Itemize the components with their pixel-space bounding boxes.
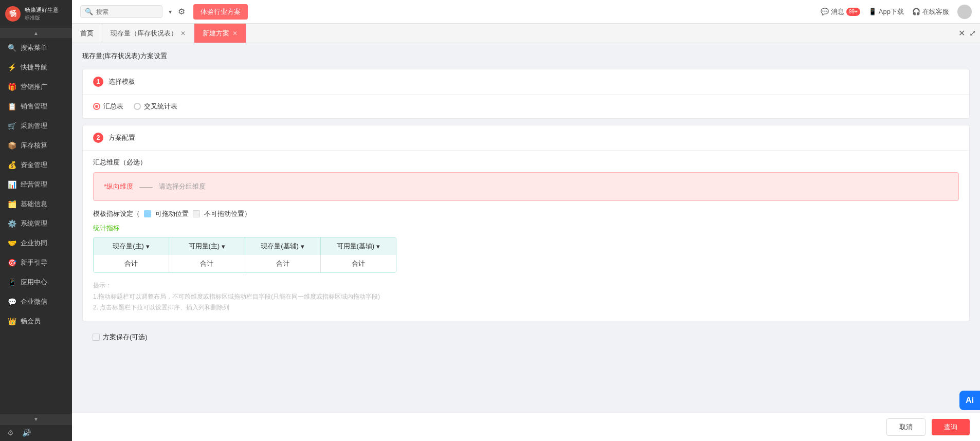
- topbar-search-icon: 🔍: [85, 8, 93, 15]
- sidebar-item-app-center[interactable]: 📱 应用中心: [0, 272, 72, 292]
- tabs-expand-button[interactable]: ⤢: [969, 28, 976, 38]
- quick-nav-icon: ⚡: [7, 63, 16, 72]
- sidebar-item-quick-nav[interactable]: ⚡ 快捷导航: [0, 58, 72, 77]
- stats-col-2-label: 现存量(基辅): [261, 242, 299, 251]
- step1-title: 选择模板: [108, 77, 135, 86]
- bottom-bar: 取消 查询: [72, 413, 980, 441]
- sidebar-item-purchase-label: 采购管理: [21, 121, 47, 131]
- app-download-item[interactable]: 📱 App下载: [868, 7, 904, 16]
- tab-new-scheme[interactable]: 新建方案 ✕: [194, 24, 246, 43]
- settings-icon[interactable]: ⚙: [7, 429, 14, 437]
- dimension-area: *纵向维度 —— 请选择分组维度: [93, 172, 959, 201]
- stats-col-0: 现存量(主) ▾: [94, 237, 169, 255]
- sidebar-item-member-label: 畅会员: [21, 317, 41, 326]
- step2-num: 2: [93, 133, 103, 143]
- sidebar-item-search-label: 搜索菜单: [21, 43, 47, 52]
- topbar-gear-icon[interactable]: ⚙: [178, 7, 185, 16]
- page-title: 现存量(库存状况表)方案设置: [82, 51, 970, 61]
- drag-badge: [144, 210, 151, 217]
- dimension-placeholder[interactable]: 请选择分组维度: [159, 182, 206, 191]
- step2-header: 2 方案配置: [83, 125, 969, 151]
- topbar-right: 💬 消息 99+ 📱 App下载 🎧 在线客服: [821, 5, 972, 19]
- industry-solution-button[interactable]: 体验行业方案: [193, 4, 248, 20]
- sidebar-item-operation[interactable]: 📊 经营管理: [0, 175, 72, 194]
- template-radio-group: 汇总表 交叉统计表: [93, 102, 959, 111]
- content-area: 现存量(库存状况表)方案设置 1 选择模板 汇总表 交叉统计表: [72, 43, 980, 413]
- stats-col-3-dropdown[interactable]: ▾: [376, 243, 380, 250]
- stats-table-body: 合计 合计 合计 合计: [94, 255, 396, 272]
- sidebar-item-enterprise[interactable]: 🤝 企业协同: [0, 233, 72, 253]
- stats-table: 现存量(主) ▾ 可用量(主) ▾ 现存量(基辅: [93, 237, 396, 273]
- operation-icon: 📊: [7, 180, 16, 189]
- sidebar-logo: 畅 畅康通好生意 标准版: [0, 0, 72, 28]
- sales-icon: 📋: [7, 102, 16, 111]
- sidebar-item-basic-label: 基础信息: [21, 199, 47, 209]
- stats-col-1-dropdown[interactable]: ▾: [222, 243, 225, 250]
- message-item[interactable]: 💬 消息 99+: [821, 7, 860, 16]
- indicator-settings-label: 模板指标设定（ 可拖动位置 不可拖动位置）: [93, 209, 959, 218]
- tab-new-scheme-close-icon[interactable]: ✕: [232, 30, 238, 37]
- topbar-search-container[interactable]: 🔍: [80, 5, 162, 18]
- enterprise-icon: 🤝: [7, 238, 16, 248]
- main-area: 🔍 ▾ ⚙ 体验行业方案 💬 消息 99+ 📱 App下载 🎧 在线客服: [72, 0, 980, 441]
- new-guide-icon: 🎯: [7, 258, 16, 267]
- sidebar-item-new-guide[interactable]: 🎯 新手引导: [0, 253, 72, 272]
- tab-inventory-label: 现存量（库存状况表）: [111, 29, 177, 38]
- speaker-icon[interactable]: 🔊: [22, 429, 31, 437]
- sidebar-item-purchase[interactable]: 🛒 采购管理: [0, 116, 72, 136]
- save-option-label: 方案保存(可选): [103, 333, 148, 342]
- member-icon: 👑: [7, 317, 16, 326]
- tab-inventory[interactable]: 现存量（库存状况表） ✕: [102, 24, 194, 43]
- sidebar-item-system[interactable]: ⚙️ 系统管理: [0, 214, 72, 233]
- tabs-close-button[interactable]: ✕: [958, 28, 965, 38]
- sidebar-item-basic[interactable]: 🗂️ 基础信息: [0, 194, 72, 214]
- sidebar-item-sales[interactable]: 📋 销售管理: [0, 97, 72, 116]
- tab-home[interactable]: 首页: [72, 24, 102, 43]
- sidebar-item-quick-nav-label: 快捷导航: [21, 63, 47, 72]
- stats-col-2-dropdown[interactable]: ▾: [301, 243, 304, 250]
- tips-section: 提示： 1.拖动标题栏可以调整布局，不可跨维度或指标区域拖动栏目字段(只能在同一…: [93, 280, 959, 314]
- search-input[interactable]: [96, 8, 148, 15]
- sidebar-item-finance[interactable]: 💰 资金管理: [0, 155, 72, 175]
- sidebar-item-wechat[interactable]: 💬 企业微信: [0, 292, 72, 311]
- sidebar-item-search[interactable]: 🔍 搜索菜单: [0, 38, 72, 58]
- radio-cross[interactable]: 交叉统计表: [134, 102, 177, 111]
- radio-summary[interactable]: 汇总表: [93, 102, 123, 111]
- tab-new-scheme-label: 新建方案: [203, 29, 229, 38]
- basic-icon: 🗂️: [7, 199, 16, 209]
- sidebar-bottom: ⚙ 🔊: [0, 424, 72, 441]
- sidebar-item-sales-label: 销售管理: [21, 102, 47, 111]
- stats-col-0-dropdown[interactable]: ▾: [146, 243, 150, 250]
- online-service-label: 在线客服: [922, 7, 949, 16]
- step2-body: 汇总维度（必选） *纵向维度 —— 请选择分组维度 模板指标设定（ 可拖动位置: [83, 151, 969, 321]
- tab-inventory-close-icon[interactable]: ✕: [180, 30, 186, 37]
- online-service-item[interactable]: 🎧 在线客服: [912, 7, 949, 16]
- query-button[interactable]: 查询: [932, 419, 970, 435]
- inventory-icon: 📦: [7, 141, 16, 150]
- sidebar-item-inventory[interactable]: 📦 库存核算: [0, 136, 72, 155]
- step2-card: 2 方案配置 汇总维度（必选） *纵向维度 —— 请选择分组维度 模板指标设定（: [82, 125, 970, 321]
- sidebar-scroll-up[interactable]: ▲: [0, 28, 72, 38]
- wechat-icon: 💬: [7, 297, 16, 306]
- sidebar-item-marketing[interactable]: 🎁 营销推广: [0, 77, 72, 97]
- sidebar: 畅 畅康通好生意 标准版 ▲ 🔍 搜索菜单 ⚡ 快捷导航 🎁 营销推广 📋 销售…: [0, 0, 72, 441]
- save-checkbox[interactable]: [93, 334, 100, 341]
- stats-col-2: 现存量(基辅) ▾: [245, 237, 321, 255]
- tab-home-label: 首页: [80, 29, 94, 38]
- sidebar-scroll-down[interactable]: ▼: [0, 414, 72, 424]
- radio-cross-label: 交叉统计表: [144, 102, 177, 111]
- ai-badge[interactable]: Ai: [959, 391, 980, 410]
- sidebar-item-member[interactable]: 👑 畅会员: [0, 311, 72, 331]
- radio-summary-label: 汇总表: [103, 102, 123, 111]
- cancel-button[interactable]: 取消: [886, 418, 925, 436]
- step2-title: 方案配置: [108, 133, 135, 142]
- topbar-dropdown-icon[interactable]: ▾: [169, 8, 172, 15]
- topbar: 🔍 ▾ ⚙ 体验行业方案 💬 消息 99+ 📱 App下载 🎧 在线客服: [72, 0, 980, 24]
- sidebar-item-operation-label: 经营管理: [21, 180, 47, 189]
- tabs-actions: ✕ ⤢: [958, 28, 980, 38]
- sidebar-item-marketing-label: 营销推广: [21, 82, 47, 91]
- avatar[interactable]: [957, 5, 972, 19]
- sidebar-item-inventory-label: 库存核算: [21, 141, 47, 150]
- tip1: 1.拖动标题栏可以调整布局，不可跨维度或指标区域拖动栏目字段(只能在同一维度或指…: [93, 291, 959, 303]
- sidebar-item-enterprise-label: 企业协同: [21, 238, 47, 248]
